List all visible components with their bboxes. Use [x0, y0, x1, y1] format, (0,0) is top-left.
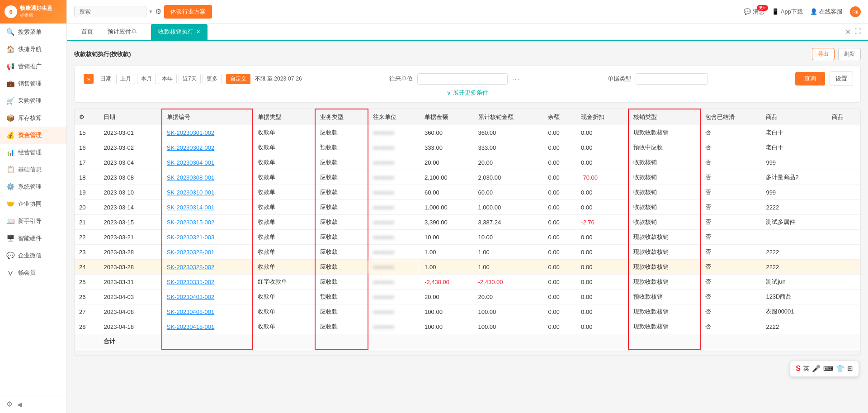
- col-header-cashDiscount: 现金折扣: [576, 109, 628, 125]
- date-btn-近7天[interactable]: 近7天: [179, 74, 201, 84]
- expand-more-row[interactable]: ∨ 展开更多条件: [82, 89, 853, 97]
- cell-voucherNo[interactable]: SK-20230308-001: [162, 170, 253, 185]
- voucher-link[interactable]: SK-20230304-001: [167, 159, 215, 166]
- query-button[interactable]: 查询: [795, 72, 825, 85]
- sidebar-item-corp[interactable]: 🤝企业协同: [0, 195, 66, 213]
- sidebar-item-guide[interactable]: 📖新手引导: [0, 213, 66, 230]
- cell-includeSettled: 否: [700, 140, 762, 155]
- cell-voucherNo[interactable]: SK-20230328-001: [162, 245, 253, 260]
- export-button[interactable]: 导出: [812, 48, 835, 60]
- cell-voucherNo[interactable]: SK-20230328-002: [162, 260, 253, 275]
- voucher-link[interactable]: SK-20230308-001: [167, 174, 215, 181]
- toolbar-keyboard-icon[interactable]: ⌨: [823, 365, 833, 373]
- sidebar-item-search[interactable]: 🔍搜索菜单: [0, 24, 66, 41]
- voucher-link[interactable]: SK-20230328-001: [167, 249, 215, 256]
- industry-solution-button[interactable]: 体验行业方案: [164, 5, 212, 19]
- cell-cashDiscount: 0.00: [576, 200, 628, 215]
- sidebar-item-hardware[interactable]: 🖥️智能硬件: [0, 230, 66, 247]
- cell-cashDiscount: 0.00: [576, 260, 628, 275]
- cell-voucherNo[interactable]: SK-20230321-003: [162, 230, 253, 245]
- cell-voucherNo[interactable]: SK-20230304-001: [162, 155, 253, 170]
- voucher-link[interactable]: SK-20230418-001: [167, 323, 215, 330]
- settings-button[interactable]: 设置: [830, 71, 853, 86]
- voucher-link[interactable]: SK-20230315-002: [167, 219, 215, 226]
- voucher-type-select[interactable]: [636, 73, 708, 85]
- sidebar-item-member[interactable]: V畅会员: [0, 264, 66, 281]
- cell-bizType: 应收款: [315, 215, 368, 230]
- sidebar-item-basic[interactable]: 📋基础信息: [0, 161, 66, 178]
- date-btn-上月[interactable]: 上月: [116, 74, 135, 84]
- collapse-icon[interactable]: ◀: [17, 401, 22, 408]
- sidebar-item-system[interactable]: ⚙️系统管理: [0, 178, 66, 195]
- voucher-link[interactable]: SK-20230331-002: [167, 279, 215, 285]
- table-scroll[interactable]: ⚙日期单据编号单据类型业务类型往来单位单据金额累计核销金额余额现金折扣核销类型包…: [75, 109, 860, 350]
- tab-home[interactable]: 首页: [74, 24, 100, 40]
- voucher-link[interactable]: SK-20230302-002: [167, 144, 215, 151]
- cell-voucherNo[interactable]: SK-20230310-001: [162, 185, 253, 200]
- tab-receipt[interactable]: 收款核销执行✕: [151, 24, 208, 40]
- refresh-button[interactable]: 刷新: [838, 48, 861, 60]
- tab-close-receipt[interactable]: ✕: [196, 29, 200, 35]
- tab-close-prepay[interactable]: ✕: [140, 29, 144, 35]
- header-left: ▾ ⚙ 体验行业方案: [74, 5, 739, 19]
- tab-fullscreen-icon[interactable]: ⛶: [854, 28, 861, 36]
- voucher-link[interactable]: SK-20230408-001: [167, 309, 215, 315]
- user-info[interactable]: Rit: [850, 6, 861, 17]
- gear-button[interactable]: ⚙: [155, 7, 161, 16]
- sidebar-label-system: 系统管理: [18, 183, 42, 191]
- cell-date: 2023-03-28: [99, 260, 161, 275]
- voucher-link[interactable]: SK-20230321-003: [167, 234, 215, 241]
- horizontal-scrollbar[interactable]: [75, 350, 860, 355]
- online-service[interactable]: 👤 在线客服: [810, 8, 843, 16]
- dropdown-arrow-icon[interactable]: ▾: [149, 8, 152, 15]
- sidebar-item-quicknav[interactable]: 🏠快捷导航: [0, 41, 66, 58]
- cell-voucherNo[interactable]: SK-20230408-001: [162, 304, 253, 319]
- toolbar-grid-icon[interactable]: ⊞: [847, 365, 853, 373]
- message-badge[interactable]: 💬 消息 99+: [744, 8, 764, 16]
- sidebar-item-finance[interactable]: 💰资金管理: [0, 127, 66, 144]
- cell-voucherNo[interactable]: SK-20230302-002: [162, 140, 253, 155]
- custom-date-button[interactable]: 自定义: [226, 74, 250, 84]
- col-header-amount: 单据金额: [420, 109, 473, 125]
- cell-voucherNo[interactable]: SK-20230331-002: [162, 275, 253, 290]
- table-row: 242023-03-28SK-20230328-002收款单应收款■■■■■■1…: [75, 260, 860, 275]
- sidebar-item-operations[interactable]: 📊经营管理: [0, 144, 66, 161]
- cell-voucherNo[interactable]: SK-20230314-001: [162, 200, 253, 215]
- toolbar-mic-icon[interactable]: 🎤: [812, 365, 821, 373]
- cell-goods2: [827, 200, 860, 215]
- search-input[interactable]: [74, 6, 146, 17]
- voucher-link[interactable]: SK-20230314-001: [167, 204, 215, 211]
- data-table-container: ⚙日期单据编号单据类型业务类型往来单位单据金额累计核销金额余额现金折扣核销类型包…: [74, 108, 861, 356]
- sidebar-item-wechat[interactable]: 💬企业微信: [0, 247, 66, 264]
- date-btn-本月[interactable]: 本月: [137, 74, 156, 84]
- partner-input[interactable]: [417, 73, 508, 85]
- cell-voucherNo[interactable]: SK-20230315-002: [162, 215, 253, 230]
- toolbar-shirt-icon[interactable]: 👕: [836, 365, 844, 373]
- cell-amount: 360.00: [420, 125, 473, 140]
- cell-voucherNo[interactable]: SK-20230418-001: [162, 319, 253, 334]
- voucher-link[interactable]: SK-20230310-001: [167, 189, 215, 196]
- main-area: ▾ ⚙ 体验行业方案 💬 消息 99+ 📱 App下载 👤 在线客服 Rit 首…: [67, 0, 868, 413]
- cell-voucherNo[interactable]: SK-20230403-002: [162, 290, 253, 304]
- cell-date: 2023-04-18: [99, 319, 161, 334]
- tab-close-all-icon[interactable]: ✕: [845, 28, 851, 36]
- filter-expand-icon[interactable]: »: [84, 74, 94, 84]
- cell-goods2: [827, 290, 860, 304]
- voucher-link[interactable]: SK-20230403-002: [167, 294, 215, 300]
- sidebar-item-sales[interactable]: 💼销售管理: [0, 75, 66, 92]
- voucher-link[interactable]: SK-20230328-002: [167, 264, 215, 271]
- cell-amount: 1.00: [420, 260, 473, 275]
- date-btn-本年[interactable]: 本年: [158, 74, 177, 84]
- sidebar-item-inventory[interactable]: 📦库存核算: [0, 109, 66, 127]
- sidebar-label-quicknav: 快捷导航: [18, 45, 42, 53]
- app-download[interactable]: 📱 App下载: [772, 8, 803, 16]
- cell-includeSettled: 否: [700, 155, 762, 170]
- sidebar-item-marketing[interactable]: 📢营销推广: [0, 58, 66, 75]
- tab-prepay[interactable]: 预计应付单✕: [100, 24, 151, 40]
- cell-balance: 0.00: [543, 245, 576, 260]
- cell-voucherNo[interactable]: SK-20230301-002: [162, 125, 253, 140]
- settings-icon[interactable]: ⚙: [6, 400, 13, 408]
- sidebar-item-purchase[interactable]: 🛒采购管理: [0, 92, 66, 109]
- voucher-link[interactable]: SK-20230301-002: [167, 129, 215, 136]
- date-btn-更多[interactable]: 更多: [203, 74, 222, 84]
